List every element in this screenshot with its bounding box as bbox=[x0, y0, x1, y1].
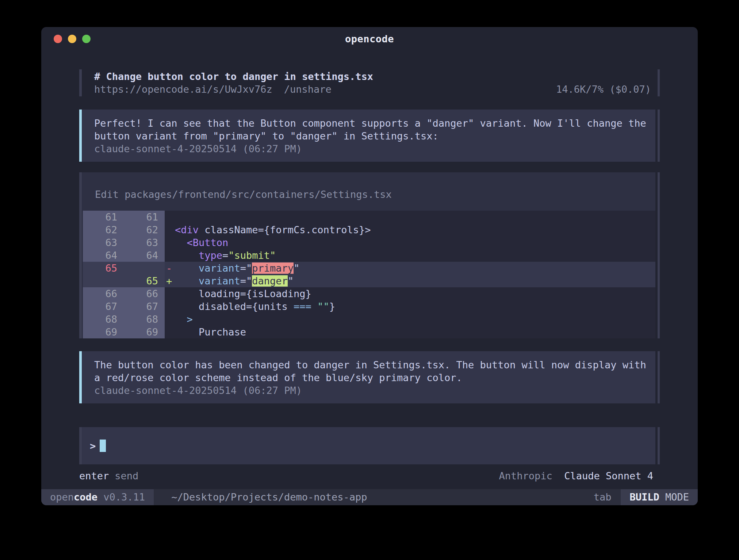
diff-marker: + bbox=[165, 275, 175, 287]
new-line-number bbox=[124, 262, 165, 275]
diff-row: 65- variant="primary" bbox=[83, 262, 655, 275]
code-token: "submit" bbox=[228, 250, 276, 261]
new-line-number: 65 bbox=[124, 275, 165, 287]
token-cost-stats: 14.6K/7% ($0.07) bbox=[556, 83, 655, 96]
status-bar: opencode v0.3.11 ~/Desktop/Projects/demo… bbox=[41, 489, 698, 505]
code-token bbox=[175, 262, 199, 274]
share-url[interactable]: https://opencode.ai/s/UwJxv76z bbox=[94, 83, 272, 96]
diff-marker: - bbox=[165, 262, 175, 275]
diff-marker bbox=[165, 249, 175, 262]
brand-open: open bbox=[50, 491, 74, 503]
app-version: v0.3.11 bbox=[103, 491, 145, 503]
assistant-message: Perfect! I can see that the Button compo… bbox=[79, 110, 660, 162]
code-token: Purchase bbox=[175, 326, 246, 338]
old-line-number: 67 bbox=[83, 300, 124, 313]
prompt-chevron: > bbox=[90, 440, 96, 452]
code-line bbox=[175, 211, 655, 223]
code-line: <Button bbox=[175, 236, 655, 249]
code-token: loading={isLoading} bbox=[175, 288, 311, 299]
message-meta: claude-sonnet-4-20250514 (06:27 PM) bbox=[94, 142, 648, 155]
assistant-message: The button color has been changed to dan… bbox=[79, 351, 660, 403]
diff-row: 6464 type="submit" bbox=[83, 249, 655, 262]
diff-marker bbox=[165, 223, 175, 236]
old-line-number: 66 bbox=[83, 287, 124, 300]
brand-code: code bbox=[74, 491, 97, 503]
unshare-command[interactable]: /unshare bbox=[284, 83, 332, 96]
prompt-input[interactable]: > bbox=[79, 427, 660, 464]
diff-row: 6262<div className={formCs.controls}> bbox=[83, 223, 655, 236]
diff-marker bbox=[165, 211, 175, 223]
code-token: variant bbox=[199, 275, 240, 287]
new-line-number: 68 bbox=[124, 313, 165, 326]
provider-label: Anthropic bbox=[499, 470, 552, 482]
old-line-number: 62 bbox=[83, 223, 124, 236]
enter-key-hint: enter bbox=[79, 469, 109, 482]
code-line: > bbox=[175, 313, 655, 326]
working-directory: ~/Desktop/Projects/demo-notes-app bbox=[171, 489, 367, 505]
new-line-number: 64 bbox=[124, 249, 165, 262]
diff-marker bbox=[165, 300, 175, 313]
code-line: Purchase bbox=[175, 326, 655, 338]
new-line-number: 62 bbox=[124, 223, 165, 236]
new-line-number: 61 bbox=[124, 211, 165, 223]
hint-row: enter send Anthropic Claude Sonnet 4 bbox=[79, 469, 660, 482]
code-token bbox=[175, 237, 187, 248]
mode-label: MODE bbox=[665, 491, 689, 503]
code-token: =" bbox=[240, 262, 252, 274]
mode-key: BUILD bbox=[629, 491, 659, 503]
diff-row: 6767 disabled={units === ""} bbox=[83, 300, 655, 313]
code-line: loading={isLoading} bbox=[175, 287, 655, 300]
diff-marker bbox=[165, 313, 175, 326]
session-header: # Change button color to danger in setti… bbox=[79, 69, 660, 96]
session-content: # Change button color to danger in setti… bbox=[79, 69, 660, 482]
diff-row: 6666 loading={isLoading} bbox=[83, 287, 655, 300]
code-token: className={formCs.controls}> bbox=[199, 224, 371, 235]
diff-row: 6161 bbox=[83, 211, 655, 223]
code-line: variant="primary" bbox=[175, 262, 655, 275]
mode-badge[interactable]: BUILD MODE bbox=[621, 489, 698, 505]
tab-key-hint[interactable]: tab bbox=[594, 489, 612, 505]
code-token: " bbox=[288, 275, 294, 287]
code-token: <Button bbox=[187, 237, 229, 248]
message-line: button variant from "primary" to "danger… bbox=[94, 130, 648, 142]
app-version-badge: opencode v0.3.11 bbox=[41, 489, 154, 505]
code-token bbox=[175, 314, 187, 325]
code-token: danger bbox=[252, 275, 288, 287]
message-line: The button color has been changed to dan… bbox=[94, 358, 648, 371]
diff-row: 65+ variant="danger" bbox=[83, 275, 655, 287]
new-line-number: 69 bbox=[124, 326, 165, 338]
edit-file-path: Edit packages/frontend/src/containers/Se… bbox=[82, 172, 655, 211]
code-token: type bbox=[199, 250, 222, 261]
code-token: = bbox=[222, 250, 228, 261]
session-title: # Change button color to danger in setti… bbox=[94, 70, 655, 83]
opencode-window: opencode # Change button color to danger… bbox=[41, 27, 698, 505]
code-token bbox=[175, 250, 199, 261]
edit-tool-block: Edit packages/frontend/src/containers/Se… bbox=[79, 172, 660, 338]
code-token: variant bbox=[199, 262, 240, 274]
message-meta: claude-sonnet-4-20250514 (06:27 PM) bbox=[94, 384, 648, 397]
code-line: disabled={units === ""} bbox=[175, 300, 655, 313]
titlebar: opencode bbox=[41, 27, 698, 50]
code-token bbox=[175, 275, 199, 287]
old-line-number: 61 bbox=[83, 211, 124, 223]
code-line: variant="danger" bbox=[175, 275, 655, 287]
model-label: Claude Sonnet 4 bbox=[564, 470, 653, 482]
code-token bbox=[311, 301, 317, 312]
code-token: =" bbox=[240, 275, 252, 287]
code-token: } bbox=[329, 301, 335, 312]
diff-marker bbox=[165, 236, 175, 249]
old-line-number: 68 bbox=[83, 313, 124, 326]
diff-row: 6868 > bbox=[83, 313, 655, 326]
code-token: " bbox=[294, 262, 299, 274]
message-line: Perfect! I can see that the Button compo… bbox=[94, 117, 648, 130]
send-label: send bbox=[115, 469, 138, 482]
old-line-number: 64 bbox=[83, 249, 124, 262]
code-token: "" bbox=[317, 301, 329, 312]
old-line-number: 69 bbox=[83, 326, 124, 338]
new-line-number: 66 bbox=[124, 287, 165, 300]
text-cursor bbox=[100, 440, 106, 452]
code-line: <div className={formCs.controls}> bbox=[175, 223, 655, 236]
code-token: > bbox=[187, 314, 193, 325]
new-line-number: 63 bbox=[124, 236, 165, 249]
diff-row: 6969 Purchase bbox=[83, 326, 655, 338]
